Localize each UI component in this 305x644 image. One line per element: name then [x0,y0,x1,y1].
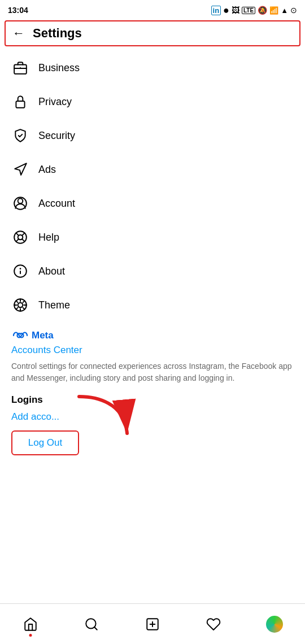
bell-mute-icon: 🔕 [258,6,267,15]
svg-rect-2 [16,101,24,108]
svg-line-18 [94,627,97,630]
settings-header: ← Settings [5,20,300,46]
ads-label: Ads [38,164,56,176]
nav-home[interactable] [17,611,44,638]
meta-section: Meta Accounts Center Control settings fo… [0,322,305,384]
nav-profile[interactable] [261,611,288,638]
help-icon [11,228,29,246]
about-label: About [38,266,65,277]
meta-brand-text: Meta [32,330,54,341]
about-icon [11,262,29,280]
add-account-link[interactable]: Add acco... [11,411,294,423]
logout-button[interactable]: Log Out [11,430,79,455]
meta-logo-icon [11,330,29,341]
svg-point-15 [18,303,23,308]
status-time: 13:04 [8,6,28,15]
search-icon [84,617,99,632]
account-label: Account [38,198,75,210]
nav-search[interactable] [78,611,105,638]
logout-container: Log Out [0,430,305,455]
bottom-navigation [0,603,305,644]
meta-description: Control settings for connected experienc… [11,360,294,384]
svg-point-3 [18,198,23,203]
nav-heart[interactable] [200,611,227,638]
back-button[interactable]: ← [12,26,25,41]
business-icon [11,59,29,77]
svg-line-8 [22,239,25,242]
svg-line-9 [22,233,25,236]
logins-title: Logins [11,394,294,406]
linkedin-icon: in [211,6,221,15]
security-icon [11,127,29,145]
create-icon [145,617,160,632]
menu-item-account[interactable]: Account [0,186,305,220]
security-label: Security [38,130,75,142]
menu-item-privacy[interactable]: Privacy [0,85,305,119]
image-icon: 🖼 [232,6,239,15]
logins-section: Logins Add acco... [0,394,305,423]
signal-icon: 📶 [269,6,278,15]
settings-menu: Business Privacy Security Ads [0,51,305,322]
privacy-icon [11,93,29,111]
privacy-label: Privacy [38,96,72,108]
menu-item-ads[interactable]: Ads [0,153,305,186]
nav-create[interactable] [139,611,166,638]
theme-label: Theme [38,299,70,311]
status-icons: in ● 🖼 LTE 🔕 📶 ▲ ⊙ [211,5,297,16]
home-active-dot [29,634,32,637]
heart-icon [206,617,221,632]
lte-icon: LTE [242,7,255,14]
svg-line-10 [16,239,19,242]
menu-item-theme[interactable]: Theme [0,288,305,322]
svg-rect-0 [14,65,27,74]
home-icon [23,617,38,632]
svg-line-7 [16,233,19,236]
menu-item-security[interactable]: Security [0,119,305,153]
profile-avatar [265,615,284,634]
menu-item-help[interactable]: Help [0,220,305,254]
menu-item-about[interactable]: About [0,254,305,288]
theme-icon [11,296,29,314]
accounts-center-link[interactable]: Accounts Center [11,345,294,356]
circle-icon: ● [223,5,229,16]
menu-item-business[interactable]: Business [0,51,305,85]
signal2-icon: ▲ [281,6,288,15]
record-icon: ⊙ [290,6,297,15]
status-bar: 13:04 in ● 🖼 LTE 🔕 📶 ▲ ⊙ [0,0,305,20]
help-label: Help [38,232,59,243]
account-icon [11,194,29,212]
meta-logo: Meta [11,330,294,341]
ads-icon [11,160,29,179]
business-label: Business [38,62,80,74]
page-title: Settings [33,26,82,41]
